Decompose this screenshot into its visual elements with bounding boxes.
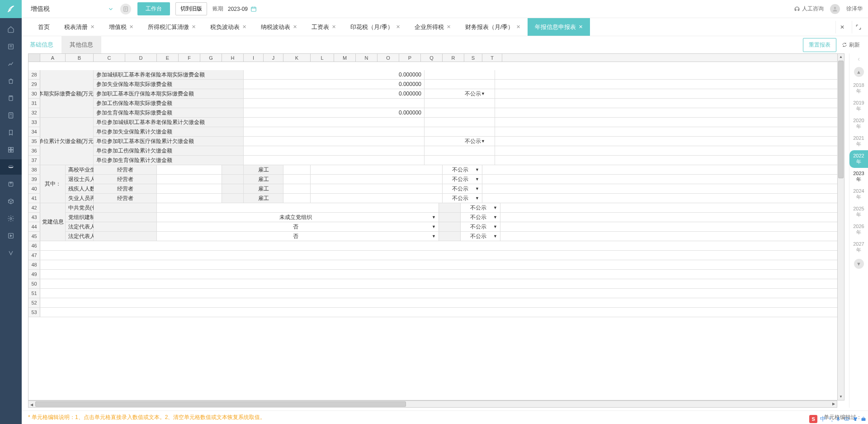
period-label: 账期 — [212, 5, 223, 13]
app-logo[interactable] — [0, 0, 22, 18]
consult-link[interactable]: 人工咨询 — [794, 5, 824, 13]
user-avatar[interactable] — [830, 4, 840, 14]
period-value[interactable]: 2023-09 — [228, 6, 248, 12]
username: 徐泽华 — [846, 5, 863, 13]
calendar-icon[interactable] — [250, 6, 257, 12]
svg-point-2 — [834, 7, 836, 9]
doc-icon-button[interactable] — [120, 4, 131, 14]
module-title: 增值税 — [31, 5, 50, 13]
feather-icon — [6, 5, 15, 14]
header-right: 人工咨询 徐泽华 — [794, 4, 863, 14]
workbench-button[interactable]: 工作台 — [137, 2, 170, 15]
chevron-down-icon[interactable] — [53, 6, 114, 12]
module-dropdown[interactable]: 增值税 — [31, 5, 114, 13]
switch-old-button[interactable]: 切到旧版 — [175, 2, 207, 15]
consult-label: 人工咨询 — [802, 5, 824, 13]
top-header: 增值税 工作台 切到旧版 账期 2023-09 人工咨询 徐泽华 — [0, 0, 868, 18]
svg-rect-1 — [251, 7, 256, 11]
